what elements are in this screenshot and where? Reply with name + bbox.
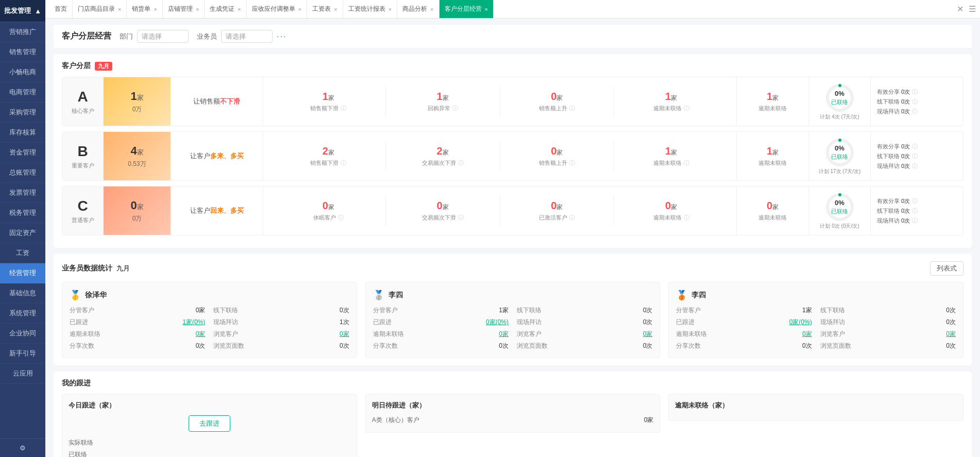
tab-工资表[interactable]: 工资表× bbox=[307, 0, 343, 19]
tab-应收应付调整单[interactable]: 应收应付调整单× bbox=[247, 0, 307, 19]
salesperson-label: 业务员 bbox=[197, 32, 217, 41]
tier-amount-C: 0万 bbox=[132, 214, 142, 223]
info-icon-1-1[interactable]: ⓘ bbox=[458, 159, 464, 167]
sidebar-item-电商管理[interactable]: 电商管理 bbox=[0, 82, 45, 103]
tab-门店商品目录[interactable]: 门店商品目录× bbox=[73, 0, 127, 19]
emp-val-1-4[interactable]: 0家 bbox=[499, 330, 509, 338]
info-icon-1-0[interactable]: ⓘ bbox=[341, 159, 346, 167]
emp-val-0-5[interactable]: 0家 bbox=[340, 330, 349, 338]
sidebar-item-云应用[interactable]: 云应用 bbox=[0, 364, 45, 384]
info-icon-1-2[interactable]: ⓘ bbox=[569, 159, 575, 167]
circle-percent-B: 0% bbox=[831, 144, 848, 152]
emp-val-0-4[interactable]: 0家 bbox=[196, 330, 206, 338]
tier-amount-B: 0.53万 bbox=[128, 160, 146, 168]
tab-close-工资表[interactable]: × bbox=[334, 6, 337, 12]
list-view-btn[interactable]: 列表式 bbox=[930, 261, 964, 276]
sidebar-item-发票管理[interactable]: 发票管理 bbox=[0, 183, 45, 203]
emp-val-1-2[interactable]: 0家(0%) bbox=[486, 318, 509, 327]
tab-销货单[interactable]: 销货单× bbox=[127, 0, 162, 19]
sidebar-item-营销推广[interactable]: 营销推广 bbox=[0, 22, 45, 42]
circle-chart-A: 0% 已联络 bbox=[824, 82, 855, 113]
info-icon-0-0[interactable]: ⓘ bbox=[341, 105, 346, 112]
info-icon-1-3[interactable]: ⓘ bbox=[684, 159, 689, 167]
emp-val-2-2[interactable]: 0家(0%) bbox=[789, 318, 812, 327]
page-title: 客户分层经营 bbox=[62, 31, 111, 42]
tab-生成凭证[interactable]: 生成凭证× bbox=[205, 0, 246, 19]
sidebar-item-总账管理[interactable]: 总账管理 bbox=[0, 163, 45, 183]
side-info-icon-1-1[interactable]: ⓘ bbox=[912, 153, 918, 160]
sidebar-item-库存核算[interactable]: 库存核算 bbox=[0, 123, 45, 143]
sidebar-item-基础信息[interactable]: 基础信息 bbox=[0, 283, 45, 303]
emp-val-0-1: 0次 bbox=[340, 306, 349, 315]
tab-close-工资统计报表[interactable]: × bbox=[388, 6, 392, 12]
info-icon-0-2[interactable]: ⓘ bbox=[569, 105, 575, 112]
tab-close-店铺管理[interactable]: × bbox=[196, 6, 199, 12]
info-icon-0-3[interactable]: ⓘ bbox=[684, 105, 689, 112]
info-icon-2-3[interactable]: ⓘ bbox=[684, 214, 689, 222]
tab-close-销货单[interactable]: × bbox=[154, 6, 157, 12]
sidebar-collapse-icon[interactable]: ▲ bbox=[35, 7, 41, 15]
salesperson-select[interactable]: 请选择 bbox=[221, 30, 273, 43]
emp-stat-1-6: 分享次数 0次 bbox=[373, 342, 509, 350]
side-stat-A-1: 线下联络 0次 ⓘ bbox=[877, 98, 957, 106]
tab-工资统计报表[interactable]: 工资统计报表× bbox=[343, 0, 397, 19]
info-icon-2-0[interactable]: ⓘ bbox=[338, 214, 344, 222]
sidebar-item-固定资产[interactable]: 固定资产 bbox=[0, 223, 45, 243]
sidebar-item-经营管理[interactable]: 经营管理 bbox=[0, 263, 45, 283]
tier-letter-C: C bbox=[77, 198, 88, 214]
sidebar-item-税务管理[interactable]: 税务管理 bbox=[0, 203, 45, 223]
tier-stat-C-3: 0家 逾期未联络 ⓘ bbox=[614, 196, 728, 226]
tab-close-商品分析[interactable]: × bbox=[430, 6, 433, 12]
side-info-icon-2-2[interactable]: ⓘ bbox=[912, 217, 918, 225]
sidebar-item-采购管理[interactable]: 采购管理 bbox=[0, 103, 45, 123]
tab-bar-close-icon[interactable]: ✕ bbox=[957, 4, 964, 14]
emp-val-0-2[interactable]: 1家(0%) bbox=[182, 318, 205, 327]
goto-follow-btn[interactable]: 去跟进 bbox=[189, 415, 230, 432]
side-info-icon-2-1[interactable]: ⓘ bbox=[912, 207, 918, 215]
circle-linked-A: 已联络 bbox=[831, 98, 848, 106]
tab-close-应收应付调整单[interactable]: × bbox=[298, 6, 301, 12]
info-icon-2-2[interactable]: ⓘ bbox=[569, 214, 575, 222]
emp-val-2-3: 0次 bbox=[946, 318, 956, 327]
sidebar-item-新手引导[interactable]: 新手引导 bbox=[0, 344, 45, 364]
tab-店铺管理[interactable]: 店铺管理× bbox=[163, 0, 205, 19]
tier-count-C: 0家 0万 bbox=[104, 187, 171, 235]
tier-contact-A: 1家 逾期未联络 bbox=[736, 77, 808, 126]
emp-stat-1-0: 分管客户 1家 bbox=[373, 306, 509, 315]
dept-select[interactable]: 请选择 bbox=[137, 30, 189, 43]
side-info-icon-0-0[interactable]: ⓘ bbox=[912, 88, 918, 96]
tab-bar-menu-icon[interactable]: ☰ bbox=[969, 4, 976, 14]
circle-percent-A: 0% bbox=[831, 90, 848, 97]
tier-row-C: C 普通客户 0家 0万 让客户回来、多买 0家 休眠客户 ⓘ 0家 交易频次下… bbox=[62, 186, 964, 235]
tab-客户分层经营[interactable]: 客户分层经营× bbox=[440, 0, 494, 19]
side-info-icon-1-0[interactable]: ⓘ bbox=[912, 143, 918, 150]
follow-cards: 今日跟进（家） 去跟进 实际联络已联络未联络1下次也未联络1 明日待跟进（家） … bbox=[62, 394, 964, 457]
emp-val-1-5[interactable]: 0家 bbox=[643, 330, 653, 338]
emp-stat-1-2: 已跟进 0家(0%) bbox=[373, 318, 509, 327]
more-options-btn[interactable]: ··· bbox=[277, 32, 286, 41]
info-icon-0-1[interactable]: ⓘ bbox=[452, 105, 458, 112]
side-info-icon-0-2[interactable]: ⓘ bbox=[912, 108, 918, 115]
tab-商品分析[interactable]: 商品分析× bbox=[397, 0, 439, 19]
tomorrow-follow-title: 明日待跟进（家） bbox=[372, 401, 654, 410]
tab-close-生成凭证[interactable]: × bbox=[238, 6, 241, 12]
info-icon-2-1[interactable]: ⓘ bbox=[458, 214, 464, 222]
sidebar-item-小畅电商[interactable]: 小畅电商 bbox=[0, 62, 45, 82]
emp-stat-0-4: 逾期未联络 0家 bbox=[70, 330, 205, 338]
tab-close-门店商品目录[interactable]: × bbox=[118, 6, 121, 12]
sidebar-item-销售管理[interactable]: 销售管理 bbox=[0, 42, 45, 62]
sidebar-settings[interactable]: ⚙ bbox=[0, 438, 45, 457]
tier-row-B: B 重要客户 4家 0.53万 让客户多来、多买 2家 销售额下滑 ⓘ 2家 交… bbox=[62, 131, 964, 181]
side-info-icon-2-0[interactable]: ⓘ bbox=[912, 197, 918, 205]
side-info-icon-1-2[interactable]: ⓘ bbox=[912, 162, 918, 170]
sidebar-item-资金管理[interactable]: 资金管理 bbox=[0, 143, 45, 163]
emp-val-2-5[interactable]: 0家 bbox=[946, 330, 956, 338]
tab-首页[interactable]: 首页 bbox=[49, 0, 73, 19]
side-info-icon-0-1[interactable]: ⓘ bbox=[912, 98, 918, 106]
tab-close-客户分层经营[interactable]: × bbox=[485, 6, 488, 12]
page-header: 客户分层经营 部门 请选择 业务员 请选择 ··· bbox=[54, 25, 972, 48]
emp-val-2-4[interactable]: 0家 bbox=[802, 330, 812, 338]
sidebar-item-系统管理[interactable]: 系统管理 bbox=[0, 303, 45, 324]
sidebar-item-企业协同[interactable]: 企业协同 bbox=[0, 324, 45, 344]
sidebar-item-工资[interactable]: 工资 bbox=[0, 243, 45, 263]
